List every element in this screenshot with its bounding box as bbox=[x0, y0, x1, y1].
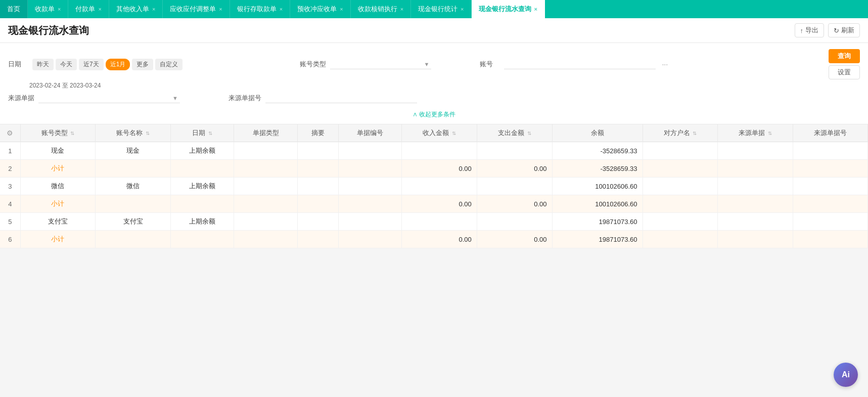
row-num: 4 bbox=[0, 195, 20, 213]
cell-source-doc bbox=[718, 178, 793, 195]
col-account-name: 账号名称 ⇅ bbox=[96, 124, 171, 142]
sort-icon[interactable]: ⇅ bbox=[527, 130, 531, 136]
cell-account-type: 微信 bbox=[20, 178, 96, 195]
table-row[interactable]: 1 现金 现金 上期余额 -3528659.33 bbox=[0, 142, 868, 160]
table-row[interactable]: 3 微信 微信 上期余额 100102606.60 bbox=[0, 178, 868, 195]
nav-tab-yingshouyingfu[interactable]: 应收应付调整单 × bbox=[163, 0, 230, 18]
account-type-label: 账号类型 bbox=[300, 60, 326, 69]
subtotal-label: 小计 bbox=[51, 235, 64, 243]
col-income: 收入金额 ⇅ bbox=[402, 124, 477, 142]
nav-tab-qitashouru[interactable]: 其他收入单 × bbox=[109, 0, 163, 18]
page-title: 现金银行流水查询 bbox=[8, 24, 89, 37]
date-today[interactable]: 今天 bbox=[56, 59, 77, 70]
cell-account-type: 支付宝 bbox=[20, 213, 96, 231]
cell-summary bbox=[297, 213, 338, 231]
nav-tab-shoukuanxiaoxiao[interactable]: 收款核销执行 × bbox=[351, 0, 411, 18]
cell-balance: 100102606.60 bbox=[552, 178, 643, 195]
cell-doc-type bbox=[234, 195, 297, 213]
cell-account-type: 小计 bbox=[20, 195, 96, 213]
cell-date bbox=[171, 160, 234, 178]
cell-counterpart bbox=[643, 160, 718, 178]
date-filter: 日期 昨天 今天 近7天 近1月 更多 自定义 bbox=[8, 59, 182, 70]
date-yesterday[interactable]: 昨天 bbox=[32, 59, 54, 70]
col-summary: 摘要 bbox=[297, 124, 338, 142]
refresh-button[interactable]: ↻ 刷新 bbox=[828, 23, 860, 37]
cell-account-name bbox=[96, 195, 171, 213]
nav-tab-yinhangcunqu[interactable]: 银行存取款单 × bbox=[230, 0, 290, 18]
cell-summary bbox=[297, 231, 338, 248]
cell-account-name bbox=[96, 231, 171, 248]
table-area: ⚙ 账号类型 ⇅ 账号名称 ⇅ 日期 ⇅ 单据类型 摘要 bbox=[0, 124, 868, 248]
cell-account-type: 小计 bbox=[20, 231, 96, 248]
action-buttons: 查询 设置 bbox=[829, 49, 860, 79]
cell-source-doc-no bbox=[793, 213, 868, 231]
sort-icon[interactable]: ⇅ bbox=[768, 130, 772, 136]
export-button[interactable]: ↑ 导出 bbox=[795, 23, 825, 37]
cell-doc-no bbox=[338, 195, 401, 213]
close-icon[interactable]: × bbox=[219, 6, 222, 12]
nav-tab-fukuandan[interactable]: 付款单 × bbox=[68, 0, 109, 18]
date-7days[interactable]: 近7天 bbox=[79, 59, 104, 70]
cell-income: 0.00 bbox=[402, 160, 477, 178]
settings-button[interactable]: 设置 bbox=[829, 65, 860, 79]
close-icon[interactable]: × bbox=[400, 6, 403, 12]
account-ellipsis-button[interactable]: ··· bbox=[660, 60, 670, 68]
source-doc-select[interactable] bbox=[38, 93, 180, 103]
row-num: 2 bbox=[0, 160, 20, 178]
table-row[interactable]: 2 小计 0.00 0.00 -3528659.33 bbox=[0, 160, 868, 178]
close-icon[interactable]: × bbox=[461, 6, 464, 12]
cell-counterpart bbox=[643, 213, 718, 231]
cell-summary bbox=[297, 160, 338, 178]
col-doc-no: 单据编号 bbox=[338, 124, 401, 142]
cell-account-type: 现金 bbox=[20, 142, 96, 160]
date-custom[interactable]: 自定义 bbox=[155, 59, 182, 70]
sort-icon[interactable]: ⇅ bbox=[693, 130, 697, 136]
cell-date: 上期余额 bbox=[171, 178, 234, 195]
cell-summary bbox=[297, 142, 338, 160]
cell-income: 0.00 bbox=[402, 195, 477, 213]
nav-tab-yushouchong[interactable]: 预收冲应收单 × bbox=[290, 0, 350, 18]
query-button[interactable]: 查询 bbox=[829, 49, 860, 63]
date-more[interactable]: 更多 bbox=[132, 59, 153, 70]
row-num: 1 bbox=[0, 142, 20, 160]
cell-source-doc bbox=[718, 195, 793, 213]
cell-date: 上期余额 bbox=[171, 142, 234, 160]
source-doc-num-input[interactable] bbox=[265, 93, 417, 103]
account-type-select[interactable] bbox=[330, 59, 431, 69]
cell-counterpart bbox=[643, 195, 718, 213]
sort-icon[interactable]: ⇅ bbox=[208, 130, 212, 136]
cell-summary bbox=[297, 195, 338, 213]
close-icon[interactable]: × bbox=[534, 6, 537, 12]
date-1month[interactable]: 近1月 bbox=[106, 59, 130, 70]
cell-source-doc bbox=[718, 160, 793, 178]
table-row[interactable]: 4 小计 0.00 0.00 100102606.60 bbox=[0, 195, 868, 213]
source-doc-filter: 来源单据 ▼ bbox=[8, 93, 180, 103]
row-num: 6 bbox=[0, 231, 20, 248]
cell-doc-no bbox=[338, 213, 401, 231]
nav-tab-shoukuandan[interactable]: 收款单 × bbox=[28, 0, 68, 18]
sort-icon[interactable]: ⇅ bbox=[70, 130, 74, 136]
nav-tab-xianjinyinhang-stat[interactable]: 现金银行统计 × bbox=[411, 0, 471, 18]
table-row[interactable]: 6 小计 0.00 0.00 19871073.60 bbox=[0, 231, 868, 248]
sort-icon[interactable]: ⇅ bbox=[146, 130, 150, 136]
sort-icon[interactable]: ⇅ bbox=[452, 130, 456, 136]
cell-source-doc-no bbox=[793, 195, 868, 213]
top-nav: 首页 收款单 × 付款单 × 其他收入单 × 应收应付调整单 × 银行存取款单 … bbox=[0, 0, 868, 18]
table-row[interactable]: 5 支付宝 支付宝 上期余额 19871073.60 bbox=[0, 213, 868, 231]
close-icon[interactable]: × bbox=[98, 6, 101, 12]
data-table: ⚙ 账号类型 ⇅ 账号名称 ⇅ 日期 ⇅ 单据类型 摘要 bbox=[0, 124, 868, 248]
cell-source-doc bbox=[718, 213, 793, 231]
collapse-bar[interactable]: ∧ 收起更多条件 bbox=[8, 108, 860, 120]
close-icon[interactable]: × bbox=[340, 6, 343, 12]
close-icon[interactable]: × bbox=[58, 6, 61, 12]
date-shortcuts: 昨天 今天 近7天 近1月 更多 自定义 bbox=[32, 59, 182, 70]
close-icon[interactable]: × bbox=[152, 6, 155, 12]
gear-icon[interactable]: ⚙ bbox=[7, 129, 13, 137]
cell-account-name bbox=[96, 160, 171, 178]
account-input[interactable] bbox=[504, 59, 656, 69]
col-account-type: 账号类型 ⇅ bbox=[20, 124, 96, 142]
nav-tab-xianjinyinhang-query[interactable]: 现金银行流水查询 × bbox=[472, 0, 545, 18]
close-icon[interactable]: × bbox=[280, 6, 283, 12]
nav-home[interactable]: 首页 bbox=[0, 0, 28, 18]
cell-date bbox=[171, 231, 234, 248]
